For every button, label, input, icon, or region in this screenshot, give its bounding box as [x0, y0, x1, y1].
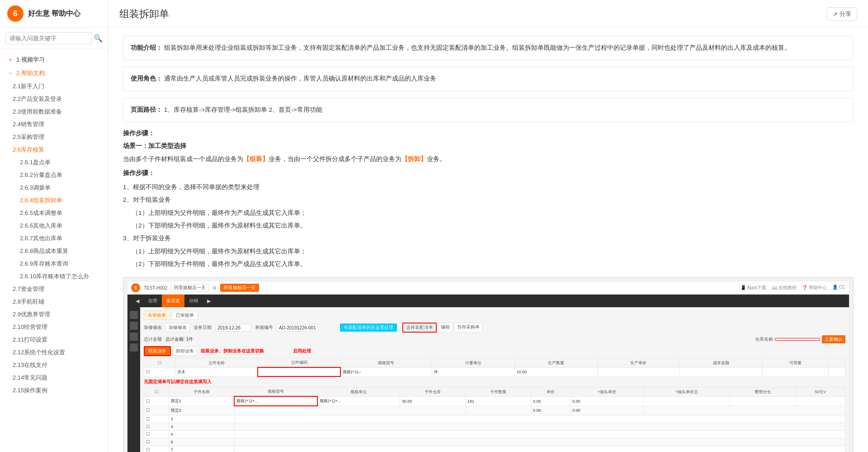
sidebar-item-finance[interactable]: 2.7资金管理: [0, 283, 108, 295]
mock-billno-input[interactable]: AD-20191226-001: [277, 324, 318, 332]
share-button[interactable]: ↗ 分享: [827, 7, 857, 21]
mock-logo: 6: [131, 283, 140, 292]
sidebar-item-operations[interactable]: 2.10经营管理: [0, 321, 108, 333]
mock-td-prod-price: [597, 367, 680, 376]
mock-assembly-btn[interactable]: 组装业务: [144, 346, 171, 356]
step-1: 1、根据不同的业务，选择不同单据的类型来处理: [123, 182, 854, 193]
mock-tab-unreviewed[interactable]: 未审核单: [144, 311, 170, 320]
mock-topbar: 6 TEST-H002 阿里旗舰店一天 ⚙ 阿里旗舰店一天 📱 Apps下载 📖…: [127, 281, 849, 295]
mock-enable-annotation: 启用处理: [293, 348, 311, 354]
mock-bth-cb: ☐: [144, 387, 169, 397]
mock-nav-self[interactable]: 自营: [144, 295, 162, 307]
mock-sidebar-icon-4: [130, 343, 138, 352]
mock-bth-wh: 子件仓库: [400, 387, 465, 397]
sidebar-item-label: 2.帮助文档: [16, 69, 45, 77]
sidebar-item-cases[interactable]: 2.15操作案例: [0, 384, 108, 397]
sidebar-item-online-pay[interactable]: 2.13在线支付: [0, 359, 108, 371]
sidebar-item-new-user[interactable]: 2.1新手入门: [0, 80, 108, 93]
mock-bth-spec2: 规格单位: [317, 387, 400, 397]
mock-wh-label: 仓库名称: [755, 336, 773, 343]
sidebar-item-partial-stocktake[interactable]: 2.6.2分量盘点单: [0, 169, 108, 181]
sidebar-item-sales[interactable]: 2.4销售管理: [0, 118, 108, 131]
mock-btd-p2: [644, 396, 730, 406]
sidebar-item-personalize[interactable]: 2.12系统个性化设置: [0, 346, 108, 359]
mock-type-opt1[interactable]: 加修修改: [165, 323, 190, 332]
mock-fill-annotation: 无固定清单可以绑定在这里填写入: [144, 379, 845, 385]
share-label: 分享: [840, 10, 851, 18]
search-box: 🔍: [0, 28, 108, 49]
mock-ui: 6 TEST-H002 阿里旗舰店一天 ⚙ 阿里旗舰店一天 📱 Apps下载 📖…: [127, 281, 849, 452]
sidebar-item-install-login[interactable]: 2.2产品安装及登录: [0, 93, 108, 105]
mock-th-parent-code: 父件编码: [258, 358, 340, 368]
sidebar-item-data-prep[interactable]: 2.3使用前数据准备: [0, 105, 108, 118]
mock-th-parent-name: 父件名称: [175, 358, 258, 368]
mock-sidebar-icon-3: [130, 333, 138, 341]
collapse-icon: －: [7, 69, 14, 77]
mock-business-type-label: 加修修改: [144, 324, 162, 331]
mock-narrow-sidebar: [127, 307, 140, 452]
mock-new-order-btn[interactable]: 阿里旗舰店一天: [220, 284, 259, 292]
mock-disassembly-btn[interactable]: 拆卸业务: [173, 347, 197, 356]
mock-nav-multichannel[interactable]: 多渠道: [162, 295, 184, 307]
main-panel: 组装拆卸单 ↗ 分享 功能介绍： 组装拆卸单用来处理企业组装或拆卸等加工业务，支…: [108, 0, 868, 452]
page-title: 组装拆卸单: [119, 7, 169, 21]
mock-annotation-box-1: 有装配清单的在这里处理: [340, 324, 397, 332]
mock-sidebar-icon-1: [130, 311, 138, 319]
sidebar-item-other-out[interactable]: 2.6.7其他出库单: [0, 232, 108, 245]
mock-btd-p12: 0.00: [571, 406, 644, 415]
mock-type-btns: 组装业务 拆卸业务 组装业务、拆卸业务在这里切换 启用处理: [144, 346, 845, 356]
mock-top-table: ☐ 父件名称 父件编码 规格型号 计量单位 生产数量 生产单价 成本金额 可用量: [144, 358, 845, 377]
sidebar-item-other-in[interactable]: 2.6.6其他入库单: [0, 219, 108, 232]
sidebar-item-faq[interactable]: 2.14常见问题: [0, 371, 108, 384]
sidebar-item-cost-recalc[interactable]: 2.6.8商品成本重算: [0, 245, 108, 257]
sidebar-header: 6 好生意 帮助中心: [0, 0, 108, 28]
table-row: ☐ 限定1 规格(+1)+... 规格(+1)+... 30.00 181 0.…: [144, 396, 845, 406]
sidebar-item-cost-adjust[interactable]: 2.6.5成本调整单: [0, 207, 108, 219]
sidebar-item-purchase[interactable]: 2.5采购管理: [0, 131, 108, 143]
mock-td-cb: ☐: [144, 367, 175, 376]
share-icon: ↗: [833, 11, 838, 18]
mock-btd-name2: 限定2: [169, 406, 234, 415]
mock-btd-v: [796, 396, 845, 406]
intro-text: 组装拆卸单用来处理企业组装或拆卸等加工业务，支持有固定装配清单的产品加工业务，也…: [164, 44, 791, 51]
highlight-disassembly: 【拆卸】: [401, 156, 427, 162]
search-button[interactable]: 🔍: [94, 34, 103, 43]
mock-btn-print[interactable]: 另存采购单: [454, 323, 483, 333]
mock-btn-select-bom[interactable]: 选择装配清单: [402, 323, 437, 333]
mock-th-amount: 成本金额: [680, 358, 763, 368]
mock-right-btns: 选择装配清单 编辑 另存采购单: [402, 323, 483, 333]
sidebar-item-print[interactable]: 2.11打印设置: [0, 333, 108, 346]
mock-btn-edit[interactable]: 编辑: [438, 323, 453, 333]
sidebar-item-ledger-error[interactable]: 2.6.10库存账本错了怎么办: [0, 270, 108, 283]
mock-bth-price1: +抽头单价: [571, 387, 644, 397]
search-input[interactable]: [5, 32, 92, 44]
sidebar-item-video-learning[interactable]: ＋ 1.视频学习: [0, 53, 108, 67]
role-text: 通常由生产人员或库管人员完成拆装业务的操作，库管人员确认原材料的出库和产成品的入…: [164, 75, 436, 82]
sidebar-item-assembly[interactable]: 2.6.4组装拆卸单: [0, 194, 108, 207]
step-3: 3、对于拆装业务: [123, 233, 854, 244]
mock-nav-distribution[interactable]: 分销: [184, 295, 203, 307]
mock-tab-reviewed[interactable]: 已审核单: [172, 311, 198, 320]
mock-form-row-2: 总计金额 总计金额: 1件 仓库名称 立案确认: [144, 335, 845, 343]
mock-confirm-btn[interactable]: 立案确认: [822, 335, 845, 343]
mock-toggle-annotation: 组装业务、拆卸业务在这里切换: [201, 348, 264, 354]
mock-date-input[interactable]: 2019-12-26: [215, 324, 251, 332]
mock-th-price: 生产单价: [597, 358, 680, 368]
table-row: ☐ 限定2 0.00 0.00: [144, 406, 845, 415]
sidebar-item-stocktake[interactable]: 2.6.1盘点单: [0, 156, 108, 169]
screenshot-container: 6 TEST-H002 阿里旗舰店一天 ⚙ 阿里旗舰店一天 📱 Apps下载 📖…: [123, 277, 854, 452]
mock-btd-fee: [730, 396, 796, 406]
sidebar-item-inventory-ledger[interactable]: 2.6.9库存账本查询: [0, 257, 108, 270]
steps-header: 操作步骤：: [123, 129, 854, 138]
table-row: ☐4: [144, 423, 845, 430]
sidebar-item-inventory[interactable]: 2.6库存核算: [0, 143, 108, 156]
mock-wh-input[interactable]: [775, 338, 820, 341]
mock-toggle-area: 组装业务 拆卸业务 组装业务、拆卸业务在这里切换 启用处理: [144, 346, 845, 356]
sidebar-item-help-docs[interactable]: － 2.帮助文档: [0, 67, 108, 80]
sidebar-item-transfer[interactable]: 2.6.3调拨单: [0, 181, 108, 194]
mock-btd-qty2: [465, 406, 531, 415]
sidebar-item-mobile[interactable]: 2.8手机旺铺: [0, 295, 108, 308]
mock-bth-qty: 子件数量: [465, 387, 531, 397]
mock-td-code: [258, 367, 340, 376]
sidebar-item-coupon[interactable]: 2.9优惠券管理: [0, 308, 108, 321]
